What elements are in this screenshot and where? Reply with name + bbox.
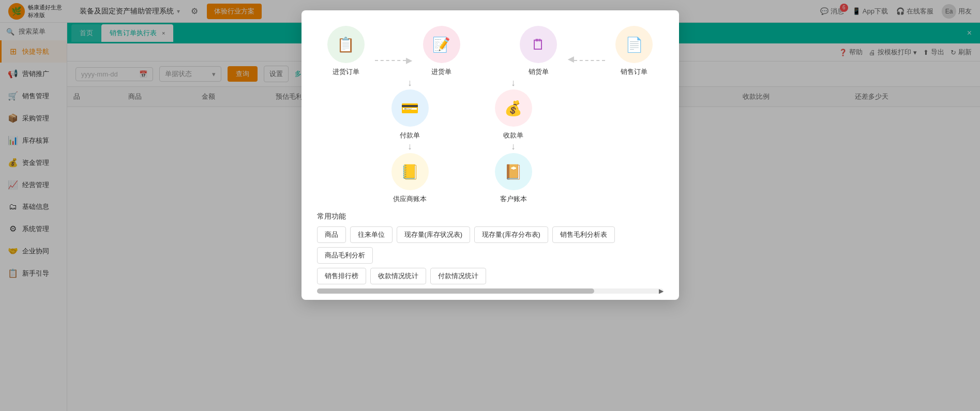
sales-order-label: 销售订单 bbox=[621, 67, 647, 77]
arrow-sr-down: ↓ bbox=[483, 78, 545, 88]
common-functions-section: 常用功能 商品 往来单位 现存量(库存状况表) 现存量(库存分布表) 销售毛利分… bbox=[317, 212, 664, 284]
arrow-payment-down: ↓ bbox=[379, 141, 441, 152]
flow-sales-receipt[interactable]: 🗒 销货单 bbox=[509, 26, 568, 77]
cf-btn-payment-stats[interactable]: 付款情况统计 bbox=[430, 268, 486, 284]
modal-scrollbar-thumb bbox=[317, 288, 594, 294]
purchase-receipt-label: 进货单 bbox=[431, 67, 451, 77]
arrow-po-to-pr: ▶ bbox=[375, 55, 412, 77]
cf-btn-stock-dist[interactable]: 现存量(库存分布表) bbox=[474, 226, 548, 243]
common-functions-title: 常用功能 bbox=[317, 212, 664, 221]
flow-supplier-ledger[interactable]: 📒 供应商账本 bbox=[379, 153, 441, 204]
common-functions-buttons-row2: 销售排行榜 收款情况统计 付款情况统计 bbox=[317, 268, 664, 284]
flow-purchase-order[interactable]: 📋 进货订单 bbox=[317, 26, 375, 77]
purchase-order-circle: 📋 bbox=[327, 26, 365, 63]
flow-payment[interactable]: 💳 付款单 bbox=[379, 89, 441, 140]
main-content-area: 首页 销售订单执行表 × × ❓ 帮助 🖨 按模板打印 ▾ bbox=[67, 23, 980, 411]
cf-btn-product-margin[interactable]: 商品毛利分析 bbox=[317, 247, 373, 264]
cf-btn-product[interactable]: 商品 bbox=[317, 226, 346, 243]
sales-receipt-label: 销货单 bbox=[529, 67, 549, 77]
purchase-receipt-circle: 📝 bbox=[423, 26, 460, 63]
collection-circle: 💰 bbox=[495, 89, 532, 127]
flow-purchase-receipt[interactable]: 📝 进货单 bbox=[412, 26, 471, 77]
purchase-order-label: 进货订单 bbox=[333, 67, 359, 77]
sales-order-icon: 📄 bbox=[625, 36, 643, 53]
flow-diagram: 📋 进货订单 ▶ 📝 bbox=[317, 26, 664, 204]
customer-ledger-icon: 📔 bbox=[504, 163, 522, 180]
collection-label: 收款单 bbox=[503, 131, 523, 140]
purchase-receipt-icon: 📝 bbox=[432, 36, 450, 53]
cf-btn-collection-stats[interactable]: 收款情况统计 bbox=[370, 268, 426, 284]
flow-collection[interactable]: 💰 收款单 bbox=[483, 89, 545, 140]
sales-order-circle: 📄 bbox=[615, 26, 653, 63]
modal-scrollbar[interactable]: ▶ bbox=[317, 288, 664, 294]
customer-ledger-label: 客户账本 bbox=[500, 194, 527, 204]
supplier-ledger-label: 供应商账本 bbox=[393, 194, 427, 204]
cf-btn-stock-status[interactable]: 现存量(库存状况表) bbox=[397, 226, 471, 243]
quick-nav-modal: 📋 进货订单 ▶ 📝 bbox=[301, 23, 679, 300]
purchase-order-icon: 📋 bbox=[337, 36, 355, 53]
supplier-ledger-circle: 📒 bbox=[391, 153, 429, 190]
cf-btn-sales-margin[interactable]: 销售毛利分析表 bbox=[552, 226, 615, 243]
sales-receipt-circle: 🗒 bbox=[520, 26, 557, 63]
arrow-so-to-sr: ▶ bbox=[568, 55, 605, 77]
scrollbar-arrow-right[interactable]: ▶ bbox=[659, 287, 664, 295]
flow-sales-order[interactable]: 📄 销售订单 bbox=[605, 26, 664, 77]
arrow-collection-down: ↓ bbox=[483, 141, 545, 152]
supplier-ledger-icon: 📒 bbox=[401, 163, 419, 180]
sales-receipt-icon: 🗒 bbox=[531, 36, 546, 53]
modal-overlay[interactable]: 📋 进货订单 ▶ 📝 bbox=[67, 23, 980, 411]
payment-circle: 💳 bbox=[391, 89, 429, 127]
cf-btn-contacts[interactable]: 往来单位 bbox=[350, 226, 393, 243]
cf-btn-sales-ranking[interactable]: 销售排行榜 bbox=[317, 268, 366, 284]
collection-icon: 💰 bbox=[504, 100, 522, 117]
payment-icon: 💳 bbox=[401, 100, 419, 117]
payment-label: 付款单 bbox=[400, 131, 420, 140]
common-functions-buttons: 商品 往来单位 现存量(库存状况表) 现存量(库存分布表) 销售毛利分析表 商品… bbox=[317, 226, 664, 264]
flow-customer-ledger[interactable]: 📔 客户账本 bbox=[483, 153, 545, 204]
arrow-pr-down: ↓ bbox=[379, 78, 441, 88]
customer-ledger-circle: 📔 bbox=[495, 153, 532, 190]
